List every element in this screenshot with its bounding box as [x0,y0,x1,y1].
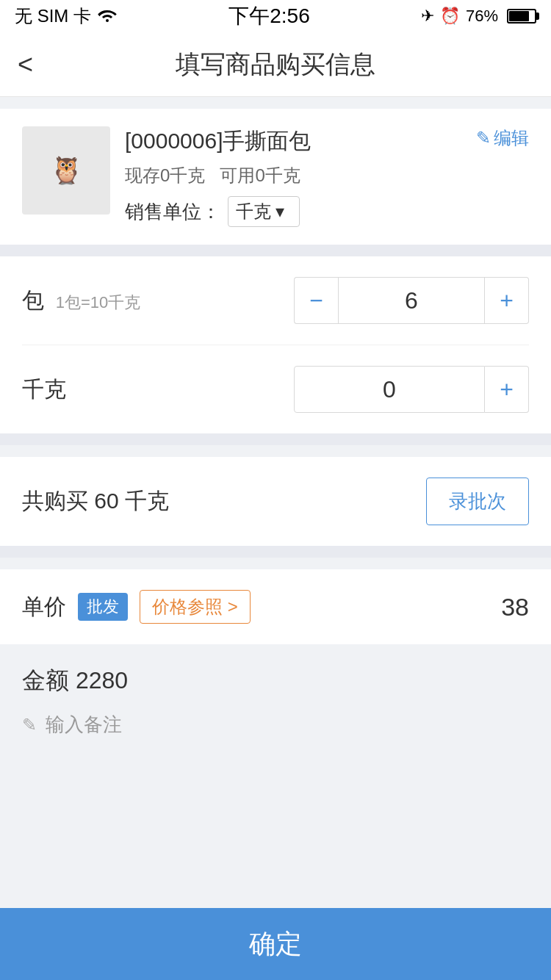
pack-row: 包 1包=10千克 − + [22,256,529,345]
product-unit-row: 销售单位： 千克 ▾ [125,196,529,227]
stock-current: 现存0千克 [125,165,205,185]
quantity-section: 包 1包=10千克 − + 千克 + [0,256,551,433]
note-placeholder: 输入备注 [46,712,122,738]
section-divider-1 [0,245,551,256]
wifi-icon [97,6,118,26]
price-section: 单价 批发 价格参照 > 38 [0,569,551,644]
price-ref-label: 价格参照 > [152,595,238,619]
pencil-icon: ✎ [22,715,37,735]
kg-input[interactable] [294,366,485,413]
alarm-icon: ⏰ [440,7,460,26]
kg-row: 千克 + [22,345,529,433]
chevron-down-icon: ▾ [276,201,284,222]
pack-label-group: 包 1包=10千克 [22,286,140,316]
unit-select[interactable]: 千克 ▾ [228,196,300,227]
page-title: 填写商品购买信息 [176,48,375,82]
price-value: 38 [501,593,529,621]
pack-input[interactable] [338,277,485,324]
product-thumbnail: 🦉 [50,155,83,186]
amount-value: 2280 [76,667,128,693]
note-row[interactable]: ✎ 输入备注 [22,712,529,738]
pack-minus-button[interactable]: − [294,277,338,324]
back-button[interactable]: < [18,49,33,80]
pack-plus-button[interactable]: + [485,277,529,324]
content-spacer [0,749,551,908]
batch-button[interactable]: 录批次 [426,478,529,525]
section-divider-2 [0,433,551,445]
confirm-button[interactable]: 确定 [0,908,551,980]
gps-icon: ✈ [421,7,434,26]
product-card: 🦉 [0000006]手撕面包 现存0千克 可用0千克 销售单位： 千克 ▾ ✎… [0,109,551,245]
amount-row: 金额 2280 [22,665,529,697]
kg-plus-button[interactable]: + [485,366,529,413]
pack-hint: 1包=10千克 [56,293,141,311]
status-right: ✈ ⏰ 76% [421,7,536,26]
price-tag: 批发 [78,593,128,621]
kg-label-group: 千克 [22,375,66,405]
total-label: 共购买 60 千克 [22,489,169,513]
total-amount: 60 [94,489,118,513]
product-image: 🦉 [22,126,110,215]
kg-controls: + [294,366,529,413]
edit-icon: ✎ [476,128,491,148]
product-info: [0000006]手撕面包 现存0千克 可用0千克 销售单位： 千克 ▾ [125,126,529,227]
status-bar: 无 SIM 卡 下午2:56 ✈ ⏰ 76% [0,0,551,32]
product-stock: 现存0千克 可用0千克 [125,164,529,187]
edit-button[interactable]: ✎ 编辑 [476,126,529,150]
product-name: [0000006]手撕面包 [125,126,529,156]
section-divider-3 [0,546,551,558]
nav-bar: < 填写商品购买信息 [0,32,551,97]
kg-label: 千克 [22,377,66,401]
amount-label: 金额 [22,667,69,693]
status-left: 无 SIM 卡 [15,4,118,28]
total-section: 共购买 60 千克 录批次 [0,457,551,546]
carrier-label: 无 SIM 卡 [15,4,91,28]
stock-available: 可用0千克 [220,165,300,185]
status-time: 下午2:56 [228,2,310,30]
price-ref-button[interactable]: 价格参照 > [140,590,251,624]
unit-label: 销售单位： [125,199,220,225]
pack-controls: − + [294,277,529,324]
unit-value: 千克 [236,200,271,223]
amount-section: 金额 2280 ✎ 输入备注 [0,644,551,749]
total-label-group: 共购买 60 千克 [22,486,169,516]
total-unit: 千克 [125,489,169,513]
price-label: 单价 [22,592,66,622]
edit-label: 编辑 [494,126,529,150]
pack-label: 包 [22,288,44,312]
battery-percent: 76% [466,7,498,26]
battery-icon [507,9,536,24]
